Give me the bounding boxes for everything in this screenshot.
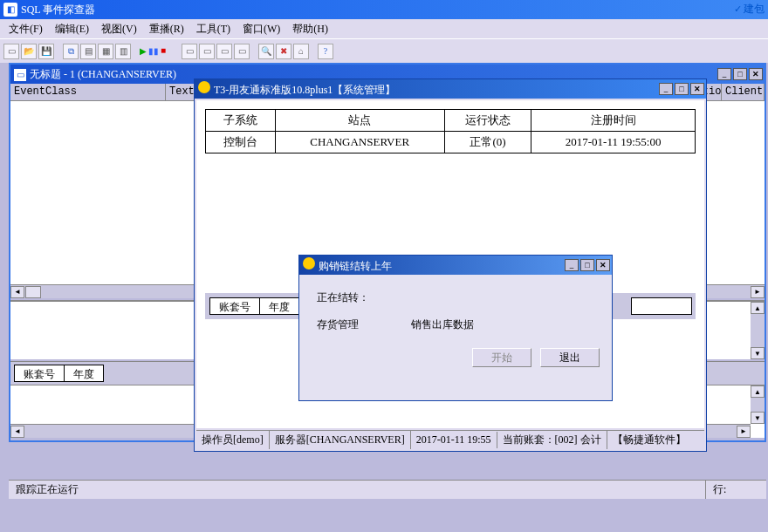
status-row: 行: <box>705 481 766 499</box>
th-subsys: 子系统 <box>206 110 276 132</box>
progress-module: 存货管理 <box>317 317 359 332</box>
progress-titlebar[interactable]: 购销链结转上年 _ □ ✕ <box>299 256 612 275</box>
close-button[interactable]: ✕ <box>749 68 763 80</box>
app-titlebar: ◧ SQL 事件探查器 <box>0 0 768 19</box>
menu-replay[interactable]: 重播(R) <box>144 20 189 38</box>
progress-body: 正在结转： 存货管理 销售出库数据 <box>299 275 612 348</box>
start-button[interactable]: 开始 <box>472 348 531 367</box>
scroll-right-icon[interactable]: ► <box>737 426 751 438</box>
menu-window[interactable]: 窗口(W) <box>237 20 285 38</box>
tb-window2-icon[interactable]: ▭ <box>199 44 215 59</box>
tb-help-icon[interactable]: ? <box>318 44 333 59</box>
tb-window1-icon[interactable]: ▭ <box>182 44 197 59</box>
t3-titlebar[interactable]: T3-用友通标准版10.8plus1【系统管理】 _ □ ✕ <box>195 79 706 99</box>
prog-minimize-button[interactable]: _ <box>565 259 579 271</box>
th-regtime: 注册时间 <box>531 110 696 132</box>
th-station: 站点 <box>275 110 444 132</box>
cell-state: 正常(0) <box>444 132 531 153</box>
tb-server-icon[interactable]: ⌂ <box>293 44 309 59</box>
t3-server: 服务器[CHANGANSERVER] <box>270 431 411 449</box>
trace-icon: ▭ <box>14 69 26 81</box>
progress-object: 销售出库数据 <box>411 317 474 332</box>
table-row[interactable]: 控制台 CHANGANSERVER 正常(0) 2017-01-11 19:55… <box>206 132 696 153</box>
status-trace: 跟踪正在运行 <box>9 481 86 499</box>
scroll-left-icon[interactable]: ◄ <box>10 286 24 298</box>
progress-dialog: 购销链结转上年 _ □ ✕ 正在结转： 存货管理 销售出库数据 开始 退出 <box>298 255 613 401</box>
top-right-text[interactable]: ✓ 建包 <box>734 2 765 17</box>
menu-tools[interactable]: 工具(T) <box>191 20 236 38</box>
tb-open-icon[interactable]: 📂 <box>21 44 37 59</box>
t3-filter-acct[interactable]: 账套号 <box>209 297 260 315</box>
t3-statusbar: 操作员[demo] 服务器[CHANGANSERVER] 2017-01-11 … <box>196 430 704 449</box>
tb-template-icon[interactable]: ▤ <box>80 44 96 59</box>
menu-file[interactable]: 文件(F) <box>3 20 48 38</box>
vscrollbar2[interactable]: ▲ ▼ <box>751 385 765 424</box>
cell-regtime: 2017-01-11 19:55:00 <box>531 132 696 153</box>
table-row: 子系统 站点 运行状态 注册时间 <box>206 110 696 132</box>
minimize-button[interactable]: _ <box>717 68 731 80</box>
tb-stop-icon[interactable]: ■ <box>161 45 173 58</box>
filter-year[interactable]: 年度 <box>64 365 104 382</box>
t3-minimize-button[interactable]: _ <box>659 83 673 95</box>
scroll-down-icon[interactable]: ▼ <box>751 412 765 424</box>
app-title: SQL 事件探查器 <box>21 0 95 19</box>
progress-icon <box>303 257 315 269</box>
tb-find-icon[interactable]: 🔍 <box>258 44 274 59</box>
progress-label: 正在结转： <box>317 290 594 305</box>
menubar: 文件(F) 编辑(E) 视图(V) 重播(R) 工具(T) 窗口(W) 帮助(H… <box>0 19 768 38</box>
tb-delete-icon[interactable]: ✖ <box>276 44 291 59</box>
col-clientpro[interactable]: ClientPro <box>722 84 765 100</box>
scroll-left-icon[interactable]: ◄ <box>10 426 24 438</box>
t3-account: 当前账套：[002] 会计 <box>497 431 607 449</box>
col-eventclass[interactable]: EventClass <box>10 84 166 100</box>
t3-maximize-button[interactable]: □ <box>675 83 689 95</box>
scroll-up-icon[interactable]: ▲ <box>751 385 765 398</box>
cell-station: CHANGANSERVER <box>275 132 444 153</box>
scroll-down-icon[interactable]: ▼ <box>751 347 765 359</box>
maximize-button[interactable]: □ <box>733 68 747 80</box>
t3-operator: 操作员[demo] <box>196 431 270 449</box>
scroll-right-icon[interactable]: ► <box>751 286 765 298</box>
tb-template2-icon[interactable]: ▦ <box>98 44 113 59</box>
tb-new-icon[interactable]: ▭ <box>3 44 19 59</box>
tb-save-icon[interactable]: 💾 <box>38 44 54 59</box>
tb-props-icon[interactable]: ⧉ <box>63 44 79 59</box>
app-icon: ◧ <box>3 3 17 17</box>
exit-button[interactable]: 退出 <box>540 348 600 367</box>
t3-filter-empty[interactable] <box>631 297 692 315</box>
vscrollbar[interactable]: ▲ ▼ <box>751 302 765 359</box>
th-state: 运行状态 <box>444 110 531 132</box>
t3-close-button[interactable]: ✕ <box>690 83 704 95</box>
toolbar: ▭ 📂 💾 ⧉ ▤ ▦ ▥ ▶ ▮▮ ■ ▭ ▭ ▭ ▭ 🔍 ✖ ⌂ ? <box>0 38 768 63</box>
t3-filter-year[interactable]: 年度 <box>259 297 299 315</box>
tb-template3-icon[interactable]: ▥ <box>115 44 131 59</box>
t3-icon <box>198 81 210 93</box>
tb-play-icon[interactable]: ▶ <box>140 46 147 56</box>
prog-close-button[interactable]: ✕ <box>596 259 610 271</box>
menu-help[interactable]: 帮助(H) <box>287 20 333 38</box>
scroll-up-icon[interactable]: ▲ <box>751 302 765 314</box>
statusbar: 跟踪正在运行 行: <box>9 480 766 499</box>
tb-pause-icon[interactable]: ▮▮ <box>148 46 159 56</box>
cell-subsys: 控制台 <box>206 132 276 153</box>
tb-window3-icon[interactable]: ▭ <box>216 44 232 59</box>
t3-brand: 【畅捷通软件】 <box>607 431 691 449</box>
tb-window4-icon[interactable]: ▭ <box>234 44 250 59</box>
scroll-thumb[interactable] <box>25 286 41 298</box>
menu-edit[interactable]: 编辑(E) <box>50 20 94 38</box>
filter-acct[interactable]: 账套号 <box>14 365 65 382</box>
t3-table: 子系统 站点 运行状态 注册时间 控制台 CHANGANSERVER 正常(0)… <box>205 109 696 153</box>
menu-view[interactable]: 视图(V) <box>96 20 142 38</box>
t3-time: 2017-01-11 19:55 <box>411 432 497 448</box>
prog-maximize-button[interactable]: □ <box>580 259 594 271</box>
